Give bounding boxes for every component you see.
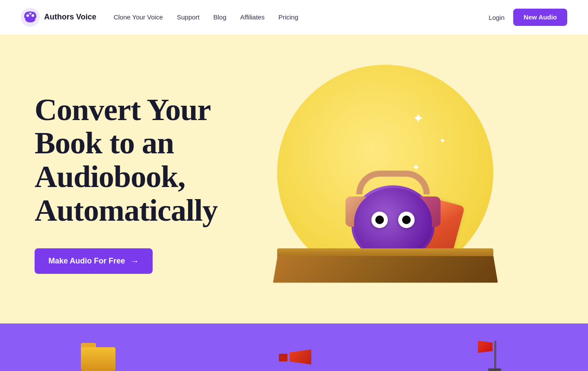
nav-link-affiliates[interactable]: Affiliates (240, 13, 265, 21)
platform-top (277, 248, 493, 257)
monster-scene: ✦ ✦ ✦ (277, 76, 493, 300)
bottom-item-folder (81, 343, 115, 371)
monster-eye-right (398, 212, 415, 228)
folder-icon (81, 343, 115, 371)
svg-point-5 (32, 14, 34, 17)
monster-body (354, 188, 432, 257)
megaphone-handle (279, 354, 288, 361)
bottom-item-megaphone (277, 341, 311, 371)
nav-link-clone-voice[interactable]: Clone Your Voice (114, 13, 163, 21)
folder-body (81, 347, 115, 371)
monster-eye-left (371, 212, 388, 228)
nav-link-support[interactable]: Support (177, 13, 200, 21)
sparkle-icon: ✦ (439, 136, 446, 146)
megaphone-icon (277, 341, 311, 371)
bottom-item-flag (473, 339, 507, 371)
nav-link-pricing[interactable]: Pricing (278, 13, 298, 21)
flag-icon (473, 339, 507, 371)
nav-right: Login New Audio (489, 9, 567, 26)
hero-cta-button[interactable]: Make Audio For Free → (35, 248, 153, 274)
flag-pole (494, 341, 496, 371)
hero-title: Convert Your Book to an Audiobook, Autom… (35, 93, 217, 228)
sparkle-icon: ✦ (412, 110, 424, 127)
flag-base (488, 368, 501, 371)
svg-rect-7 (34, 15, 36, 18)
megaphone-body (290, 349, 311, 365)
hero-cta-label: Make Audio For Free (48, 257, 125, 266)
bottom-strip (0, 323, 588, 371)
login-button[interactable]: Login (489, 14, 505, 21)
navbar: Authors Voice Clone Your Voice Support B… (0, 0, 588, 35)
svg-point-4 (26, 14, 29, 17)
monster-character (354, 188, 432, 257)
nav-link-blog[interactable]: Blog (214, 13, 227, 21)
logo-icon (21, 8, 40, 27)
monster-eyes (371, 212, 415, 228)
new-audio-button[interactable]: New Audio (513, 9, 567, 26)
hero-section: Convert Your Book to an Audiobook, Autom… (0, 35, 588, 323)
flag-banner (478, 341, 495, 353)
platform-front (273, 256, 498, 283)
logo[interactable]: Authors Voice (21, 8, 96, 27)
hero-cta-arrow: → (130, 256, 139, 266)
hero-image: ✦ ✦ ✦ (217, 67, 553, 300)
svg-rect-6 (24, 15, 26, 18)
hero-content: Convert Your Book to an Audiobook, Autom… (35, 93, 217, 274)
platform-stage (273, 248, 498, 283)
logo-text: Authors Voice (44, 13, 96, 22)
